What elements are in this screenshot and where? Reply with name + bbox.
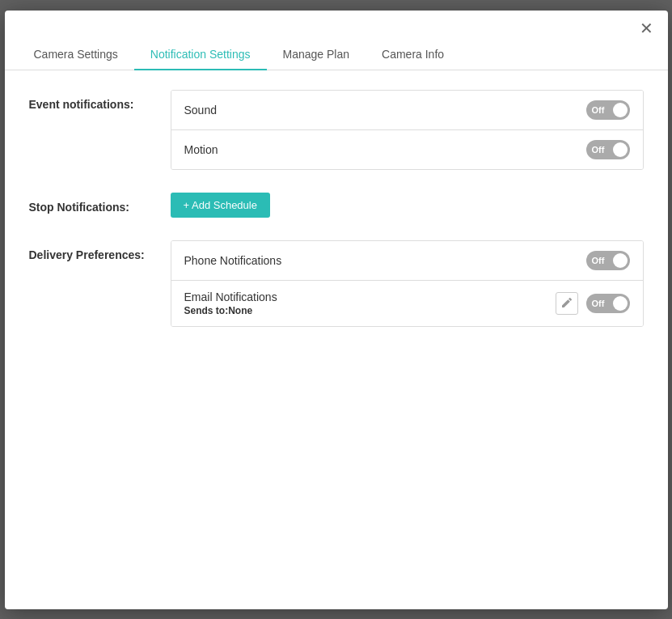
email-row-content: Email Notifications Sends to:None bbox=[184, 290, 277, 316]
email-toggle-knob bbox=[613, 296, 628, 311]
email-toggle-text: Off bbox=[592, 299, 605, 308]
sends-to-value: None bbox=[228, 305, 252, 316]
phone-toggle[interactable]: Off bbox=[586, 251, 630, 270]
motion-label: Motion bbox=[184, 143, 218, 156]
phone-toggle-text: Off bbox=[592, 256, 605, 265]
phone-notifications-row: Phone Notifications Off bbox=[171, 241, 643, 281]
email-row-right: Off bbox=[556, 292, 630, 315]
event-notifications-content: Sound Off Motion Off bbox=[171, 90, 644, 170]
tab-bar: Camera Settings Notification Settings Ma… bbox=[5, 40, 668, 70]
delivery-preferences-box: Phone Notifications Off Email Notificati… bbox=[171, 240, 644, 327]
sound-toggle-text: Off bbox=[592, 105, 605, 115]
motion-row: Motion Off bbox=[171, 130, 643, 169]
modal-body: Event notifications: Sound Off Motion bbox=[5, 70, 668, 609]
phone-toggle-knob bbox=[613, 253, 628, 268]
phone-notifications-label: Phone Notifications bbox=[184, 254, 282, 267]
stop-notifications-content: + Add Schedule bbox=[171, 193, 644, 218]
close-button[interactable]: ✕ bbox=[635, 19, 658, 38]
sound-label: Sound bbox=[184, 104, 217, 117]
modal-overlay: ✕ Camera Settings Notification Settings … bbox=[0, 0, 672, 619]
email-toggle[interactable]: Off bbox=[586, 294, 630, 313]
sound-toggle[interactable]: Off bbox=[586, 100, 630, 120]
email-edit-button[interactable] bbox=[556, 292, 578, 315]
sends-to-label: Sends to: bbox=[184, 305, 229, 316]
tab-camera-info[interactable]: Camera Info bbox=[366, 40, 460, 70]
stop-notifications-label: Stop Notifications: bbox=[29, 193, 171, 214]
modal-header: ✕ bbox=[5, 11, 668, 40]
delivery-preferences-label: Delivery Preferences: bbox=[29, 240, 171, 261]
tab-notification-settings[interactable]: Notification Settings bbox=[134, 40, 267, 70]
tab-manage-plan[interactable]: Manage Plan bbox=[267, 40, 366, 70]
delivery-preferences-content: Phone Notifications Off Email Notificati… bbox=[171, 240, 644, 327]
sound-row: Sound Off bbox=[171, 91, 643, 130]
sound-toggle-knob bbox=[613, 103, 628, 117]
sends-to-text: Sends to:None bbox=[184, 305, 277, 316]
motion-toggle-knob bbox=[613, 142, 628, 157]
event-notifications-box: Sound Off Motion Off bbox=[171, 90, 644, 170]
event-notifications-label: Event notifications: bbox=[29, 90, 171, 111]
add-schedule-button[interactable]: + Add Schedule bbox=[171, 193, 270, 218]
stop-notifications-section: Stop Notifications: + Add Schedule bbox=[29, 193, 644, 218]
motion-toggle[interactable]: Off bbox=[586, 140, 630, 159]
motion-toggle-text: Off bbox=[592, 145, 605, 155]
email-notifications-label: Email Notifications bbox=[184, 290, 277, 303]
delivery-preferences-section: Delivery Preferences: Phone Notification… bbox=[29, 240, 644, 327]
modal-dialog: ✕ Camera Settings Notification Settings … bbox=[5, 11, 668, 609]
email-notifications-row: Email Notifications Sends to:None bbox=[171, 281, 643, 326]
tab-camera-settings[interactable]: Camera Settings bbox=[18, 40, 134, 70]
event-notifications-section: Event notifications: Sound Off Motion bbox=[29, 90, 644, 170]
